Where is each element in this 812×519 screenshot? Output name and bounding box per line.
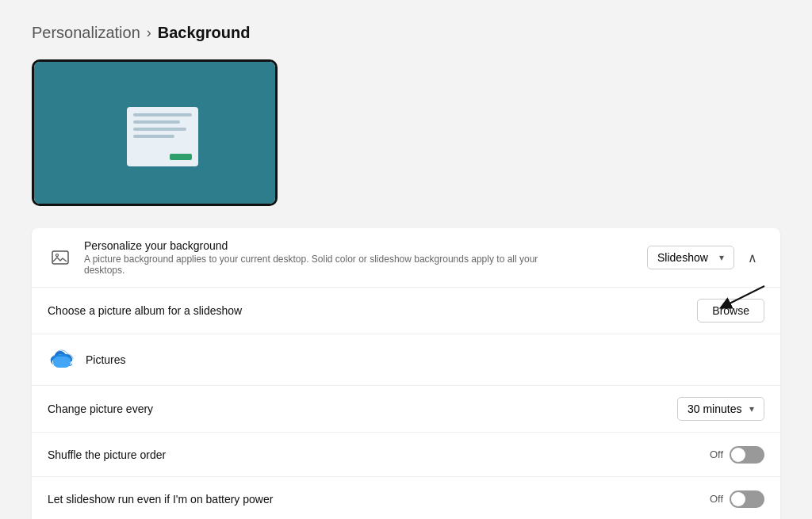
breadcrumb: Personalization › Background: [32, 24, 780, 42]
image-icon: [48, 245, 73, 270]
personalize-title: Personalize your background: [84, 239, 544, 252]
settings-card: Personalize your background A picture ba…: [32, 228, 780, 519]
chevron-down-icon: ▾: [719, 252, 724, 263]
battery-label: Let slideshow run even if I'm on battery…: [48, 493, 273, 506]
personalize-row: Personalize your background A picture ba…: [32, 228, 780, 288]
battery-toggle-container: Off: [710, 490, 764, 508]
breadcrumb-parent[interactable]: Personalization: [32, 24, 140, 42]
pictures-label: Pictures: [86, 353, 126, 366]
shuffle-toggle-container: Off: [710, 446, 764, 464]
chevron-down-icon-2: ▾: [749, 403, 754, 414]
chevron-up-icon: ∧: [748, 250, 757, 265]
personalize-subtitle: A picture background applies to your cur…: [84, 254, 544, 276]
browse-button[interactable]: Browse: [697, 299, 764, 322]
pictures-row: Pictures: [32, 334, 780, 386]
change-picture-row: Change picture every 30 minutes ▾: [32, 386, 780, 433]
background-type-dropdown[interactable]: Slideshow ▾: [647, 246, 734, 269]
album-label: Choose a picture album for a slideshow: [48, 304, 242, 317]
shuffle-row: Shuffle the picture order Off: [32, 433, 780, 477]
shuffle-toggle-label: Off: [710, 448, 723, 460]
expand-button[interactable]: ∧: [741, 246, 764, 269]
desktop-preview: [32, 59, 278, 206]
change-picture-dropdown[interactable]: 30 minutes ▾: [677, 397, 764, 421]
shuffle-toggle[interactable]: [730, 446, 764, 464]
battery-row: Let slideshow run even if I'm on battery…: [32, 477, 780, 519]
shuffle-label: Shuffle the picture order: [48, 448, 166, 461]
breadcrumb-current: Background: [158, 24, 251, 42]
change-picture-label: Change picture every: [48, 403, 153, 415]
cloud-icon: [48, 345, 76, 374]
battery-toggle[interactable]: [730, 490, 764, 508]
battery-toggle-label: Off: [710, 493, 723, 505]
svg-point-1: [56, 254, 59, 257]
album-row: Choose a picture album for a slideshow B…: [32, 288, 780, 334]
breadcrumb-separator: ›: [147, 25, 151, 41]
svg-rect-0: [52, 251, 68, 264]
